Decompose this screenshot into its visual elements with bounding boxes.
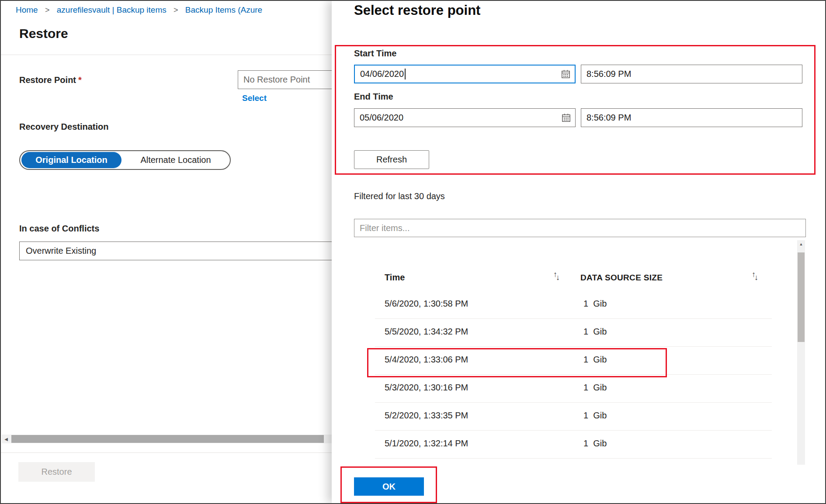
start-time-value: 8:56:09 PM (587, 69, 631, 79)
footer-divider (1, 452, 332, 453)
row-size: 1 Gib (583, 438, 607, 449)
row-size: 1 Gib (583, 327, 607, 337)
time-column-header[interactable]: Time (385, 273, 405, 283)
row-size: 1 Gib (583, 299, 607, 309)
breadcrumb-backup-items-azure: Backup Items (Azure (185, 5, 262, 14)
breadcrumb-home[interactable]: Home (16, 5, 38, 14)
start-date-value: 04/06/2020 (360, 69, 404, 79)
row-time: 5/6/2020, 1:30:58 PM (385, 299, 468, 309)
end-time-label: End Time (354, 92, 393, 102)
row-time: 5/4/2020, 1:33:06 PM (385, 355, 468, 365)
horizontal-scrollbar-thumb[interactable] (11, 435, 324, 443)
breadcrumb-separator: > (45, 6, 50, 14)
text-caret (405, 69, 406, 79)
restore-point-row[interactable]: 5/6/2020, 1:30:58 PM 1 Gib (375, 291, 772, 319)
restore-point-row-highlighted[interactable]: 5/4/2020, 1:33:06 PM 1 Gib (375, 347, 772, 375)
restore-point-row[interactable]: 5/1/2020, 1:32:14 PM 1 Gib (375, 431, 772, 459)
restore-point-row[interactable]: 5/5/2020, 1:34:32 PM 1 Gib (375, 319, 772, 347)
ok-button[interactable]: OK (354, 477, 424, 496)
end-date-value: 05/06/2020 (360, 113, 403, 123)
horizontal-scrollbar[interactable]: ◀ (2, 435, 332, 443)
calendar-icon[interactable] (560, 69, 571, 79)
conflicts-value: Overwrite Existing (26, 246, 96, 256)
restore-point-label: Restore Point* (19, 75, 82, 85)
start-time-input[interactable]: 8:56:09 PM (581, 65, 802, 83)
breadcrumb: Home > azurefilesvault | Backup items > … (16, 5, 262, 15)
row-size: 1 Gib (583, 411, 607, 421)
row-size: 1 Gib (583, 355, 607, 365)
filter-items-input[interactable] (354, 219, 806, 237)
row-time: 5/2/2020, 1:33:35 PM (385, 411, 468, 421)
restore-point-row[interactable]: 5/3/2020, 1:30:16 PM 1 Gib (375, 375, 772, 403)
azure-restore-screen: Home > azurefilesvault | Backup items > … (0, 0, 826, 504)
end-time-input[interactable]: 8:56:09 PM (581, 108, 802, 127)
breadcrumb-separator: > (174, 6, 178, 14)
row-time: 5/5/2020, 1:34:32 PM (385, 327, 468, 337)
restore-point-value: No Restore Point (243, 75, 310, 85)
recovery-destination-label: Recovery Destination (19, 122, 109, 132)
conflicts-dropdown[interactable]: Overwrite Existing (19, 242, 343, 260)
start-time-label: Start Time (354, 48, 396, 59)
scroll-up-icon[interactable]: ▲ (797, 240, 805, 248)
vertical-scrollbar[interactable]: ▲ (797, 240, 805, 465)
end-time-value: 8:56:09 PM (587, 113, 631, 123)
toggle-alternate-location[interactable]: Alternate Location (121, 155, 230, 165)
recovery-destination-toggle: Original Location Alternate Location (19, 150, 231, 170)
sort-icon[interactable]: ↑↓ (752, 272, 758, 281)
size-column-header[interactable]: DATA SOURCE SIZE (580, 273, 663, 283)
page-title: Restore (19, 26, 68, 41)
refresh-button[interactable]: Refresh (354, 150, 429, 169)
header-divider (1, 55, 332, 55)
row-size: 1 Gib (583, 383, 607, 393)
conflicts-label: In case of Conflicts (19, 224, 99, 234)
panel-title: Select restore point (354, 3, 480, 18)
restore-points-table-header: Time ↑↓ DATA SOURCE SIZE ↑↓ (375, 270, 772, 287)
scroll-left-icon[interactable]: ◀ (2, 435, 10, 443)
restore-points-list: 5/6/2020, 1:30:58 PM 1 Gib 5/5/2020, 1:3… (375, 291, 772, 459)
row-time: 5/1/2020, 1:32:14 PM (385, 438, 468, 449)
select-restore-point-panel: Select restore point Start Time 04/06/20… (332, 1, 825, 503)
filter-note: Filtered for last 30 days (354, 191, 445, 201)
end-date-input[interactable]: 05/06/2020 (354, 108, 576, 127)
restore-button[interactable]: Restore (18, 462, 95, 482)
breadcrumb-vault-backup-items[interactable]: azurefilesvault | Backup items (57, 5, 167, 14)
sort-icon[interactable]: ↑↓ (553, 272, 560, 281)
vertical-scrollbar-thumb[interactable] (798, 252, 805, 342)
start-date-input[interactable]: 04/06/2020 (354, 65, 576, 83)
restore-point-row[interactable]: 5/2/2020, 1:33:35 PM 1 Gib (375, 403, 772, 431)
select-restore-point-link[interactable]: Select (242, 93, 267, 103)
toggle-original-location[interactable]: Original Location (21, 152, 121, 168)
calendar-icon[interactable] (561, 113, 571, 123)
required-asterisk: * (78, 75, 82, 85)
row-time: 5/3/2020, 1:30:16 PM (385, 383, 468, 393)
